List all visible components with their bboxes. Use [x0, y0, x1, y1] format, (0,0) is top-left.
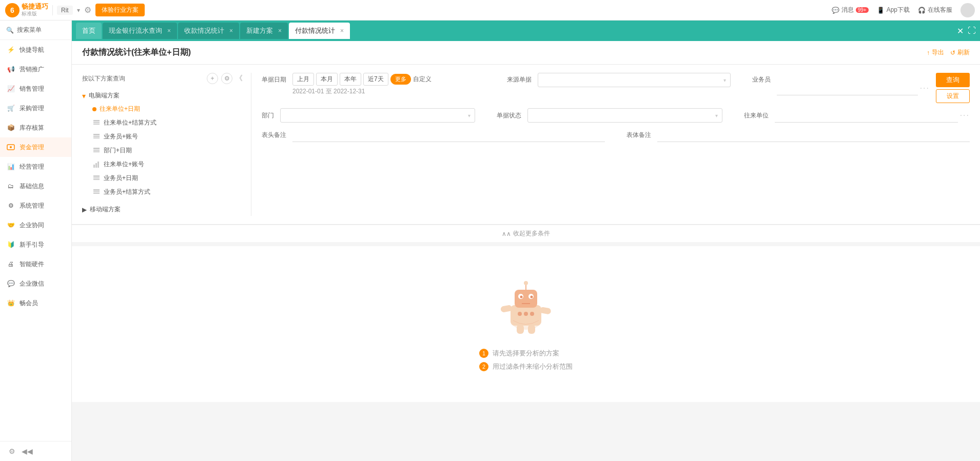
user-avatar[interactable]	[961, 3, 975, 17]
collapse-more-btn[interactable]: ∧∧ 收起更多条件	[502, 229, 550, 238]
guide-label: 新手引导	[19, 240, 44, 249]
company-dropdown-btn[interactable]: ▾	[77, 7, 80, 14]
scheme-item-salesperson-account[interactable]: 业务员+账号	[82, 130, 243, 144]
scheme-group-desktop-header[interactable]: ▾ 电脑端方案	[82, 89, 243, 102]
messages-btn[interactable]: 💬 消息 99+	[832, 6, 869, 14]
tab-payment-close[interactable]: ×	[340, 27, 344, 34]
sidebar-item-system[interactable]: ⚙ 系统管理	[0, 196, 71, 215]
header-note-input[interactable]	[292, 128, 605, 142]
tab-payment[interactable]: 付款情况统计 ×	[289, 23, 350, 39]
date-buttons: 上月 本月 本年 近7天 更多 自定义	[292, 73, 485, 86]
collapse-more-bar: ∧∧ 收起更多条件	[72, 225, 980, 242]
scheme-item-salesperson-date[interactable]: 业务员+日期	[82, 171, 243, 185]
refresh-btn[interactable]: ↺ 刷新	[950, 48, 970, 57]
tab-bar: 首页 现金银行流水查询 × 收款情况统计 × 新建方案 × 付款情况统计 × ✕…	[72, 21, 980, 41]
sidebar-item-guide[interactable]: 🔰 新手引导	[0, 235, 71, 254]
sidebar-item-basic[interactable]: 🗂 基础信息	[0, 176, 71, 196]
search-label: 搜索菜单	[17, 26, 42, 34]
salesperson-more-btn[interactable]: ···	[920, 84, 930, 93]
date-7days-btn[interactable]: 近7天	[363, 73, 388, 86]
online-service-btn[interactable]: 🎧 在线客服	[918, 6, 952, 14]
query-button[interactable]: 查询	[936, 73, 970, 87]
counterparty-label: 往来单位	[744, 111, 769, 120]
operations-icon: 📊	[6, 162, 15, 171]
sidebar-item-capital[interactable]: 资金管理	[0, 137, 71, 157]
scheme-item-counterparty-account[interactable]: 往来单位+账号	[82, 157, 243, 171]
scheme-add-btn[interactable]: +	[207, 73, 218, 84]
scheme-collapse-btn[interactable]: 《	[236, 74, 243, 83]
enterprise-icon: 🤝	[6, 221, 15, 230]
scheme-item-counterparty-date[interactable]: 往来单位+日期	[82, 102, 243, 116]
tab-cashflow-close[interactable]: ×	[167, 27, 171, 34]
tab-new-scheme-close[interactable]: ×	[278, 27, 282, 34]
sidebar-item-operations[interactable]: 📊 经营管理	[0, 157, 71, 176]
sidebar-item-wechat[interactable]: 💬 企业微信	[0, 274, 71, 293]
dept-select[interactable]: ▾	[280, 108, 475, 123]
doc-status-select[interactable]: ▾	[527, 108, 722, 123]
scheme-item-label: 往来单位+结算方式	[104, 118, 156, 127]
empty-tip-1: 1 请先选择要分析的方案	[479, 349, 573, 358]
scheme-settings-btn[interactable]: ⚙	[221, 73, 232, 84]
settings-filter-button[interactable]: 设置	[936, 89, 970, 103]
chart-icon	[92, 161, 101, 169]
sidebar-search[interactable]: 🔍 搜索菜单	[0, 21, 71, 40]
scheme-item-salesperson-settlement[interactable]: 业务员+结算方式	[82, 185, 243, 199]
date-this-month-btn[interactable]: 本月	[316, 73, 338, 86]
tab-cashflow[interactable]: 现金银行流水查询 ×	[103, 23, 177, 39]
source-select[interactable]: ▾	[538, 73, 731, 87]
sidebar-item-inventory[interactable]: 📦 库存核算	[0, 118, 71, 137]
trial-button[interactable]: 体验行业方案	[95, 4, 145, 16]
tab-home-label: 首页	[82, 26, 95, 35]
system-icon: ⚙	[6, 201, 15, 210]
tab-close-all-btn[interactable]: ✕	[957, 26, 964, 36]
sidebar-item-smart[interactable]: 🖨 智能硬件	[0, 254, 71, 274]
capital-icon	[6, 143, 15, 152]
dept-control: ▾	[280, 108, 475, 123]
tab-bar-right: ✕ ⛶	[957, 26, 976, 36]
sidebar-item-vip[interactable]: 👑 畅会员	[0, 293, 71, 313]
scheme-group-mobile-header[interactable]: ▶ 移动端方案	[82, 203, 243, 216]
app-download-btn[interactable]: 📱 App下载	[877, 6, 910, 14]
sidebar-settings-btn[interactable]: ⚙	[6, 446, 17, 457]
header-note-label: 表头备注	[262, 131, 286, 139]
tab-collection-close[interactable]: ×	[229, 27, 233, 34]
sidebar-item-quick-nav[interactable]: ⚡ 快捷导航	[0, 40, 71, 59]
tab-expand-btn[interactable]: ⛶	[968, 26, 976, 35]
svg-rect-6	[93, 136, 100, 137]
date-control: 上月 本月 本年 近7天 更多 自定义 2022-01-01 至 2022-12…	[292, 73, 485, 96]
chevron-up-icon: ∧∧	[502, 230, 511, 237]
body-note-input[interactable]	[657, 128, 970, 142]
salesperson-control: ··· 查询 设置	[777, 73, 970, 103]
logo-text-block: 畅捷通巧 标准版	[22, 3, 48, 18]
salesperson-input[interactable]	[777, 81, 918, 95]
date-more-btn[interactable]: 更多	[390, 74, 411, 85]
sidebar-item-marketing[interactable]: 📢 营销推广	[0, 59, 71, 79]
svg-rect-5	[93, 134, 100, 135]
svg-point-34	[524, 312, 528, 316]
sidebar-item-purchase[interactable]: 🛒 采购管理	[0, 98, 71, 118]
date-last-month-btn[interactable]: 上月	[292, 73, 314, 86]
gear-icon-btn[interactable]: ⚙	[84, 5, 91, 15]
empty-tip-2: 2 用过滤条件来缩小分析范围	[479, 362, 573, 371]
sidebar-item-enterprise[interactable]: 🤝 企业协同	[0, 215, 71, 235]
scheme-item-counterparty-settlement[interactable]: 往来单位+结算方式	[82, 116, 243, 130]
export-btn[interactable]: ↑ 导出	[927, 48, 944, 57]
counterparty-more-btn[interactable]: ···	[960, 111, 970, 120]
scheme-header: 按以下方案查询 + ⚙ 《	[82, 73, 243, 84]
tab-new-scheme[interactable]: 新建方案 ×	[240, 23, 288, 39]
tab-home[interactable]: 首页	[76, 23, 102, 39]
operations-label: 经营管理	[19, 163, 44, 171]
sidebar-collapse-btn[interactable]: ◀◀	[22, 447, 33, 455]
tab-collection[interactable]: 收款情况统计 ×	[178, 23, 239, 39]
chevron-right-icon: ▶	[82, 206, 87, 213]
date-this-year-btn[interactable]: 本年	[340, 73, 361, 86]
svg-rect-2	[93, 120, 100, 122]
sidebar-item-sales[interactable]: 📈 销售管理	[0, 79, 71, 98]
main-layout: 🔍 搜索菜单 ⚡ 快捷导航 📢 营销推广 📈 销售管理 🛒 采购管理 📦 库存核…	[0, 21, 980, 461]
scheme-item-dept-date[interactable]: 部门+日期	[82, 144, 243, 157]
counterparty-input[interactable]	[775, 108, 958, 123]
svg-rect-10	[93, 151, 100, 152]
tab-cashflow-label: 现金银行流水查询	[109, 26, 162, 35]
scheme-group-mobile: ▶ 移动端方案	[82, 203, 243, 216]
svg-rect-14	[93, 175, 100, 177]
